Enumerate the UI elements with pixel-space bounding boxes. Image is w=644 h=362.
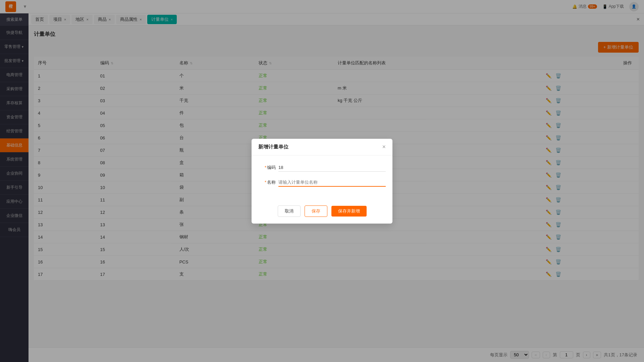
modal-overlay: 新增计量单位 × *编码 *名称 取消 保存 保存并新增: [0, 0, 644, 362]
name-label: *名称: [258, 179, 278, 185]
modal-close-button[interactable]: ×: [382, 143, 386, 150]
save-button[interactable]: 保存: [305, 205, 327, 217]
modal-footer: 取消 保存 保存并新增: [252, 201, 392, 224]
add-unit-modal: 新增计量单位 × *编码 *名称 取消 保存 保存并新增: [252, 139, 392, 224]
modal-body: *编码 *名称: [252, 156, 392, 201]
modal-title: 新增计量单位: [258, 144, 288, 150]
name-input[interactable]: [278, 178, 386, 187]
code-input[interactable]: [278, 164, 386, 172]
code-form-row: *编码: [258, 164, 386, 172]
required-mark: *: [265, 165, 266, 170]
required-mark2: *: [265, 180, 266, 185]
code-label: *编码: [258, 165, 278, 171]
modal-header: 新增计量单位 ×: [252, 139, 392, 156]
cancel-button[interactable]: 取消: [278, 205, 301, 217]
name-form-row: *名称: [258, 178, 386, 187]
save-new-button[interactable]: 保存并新增: [331, 206, 367, 217]
